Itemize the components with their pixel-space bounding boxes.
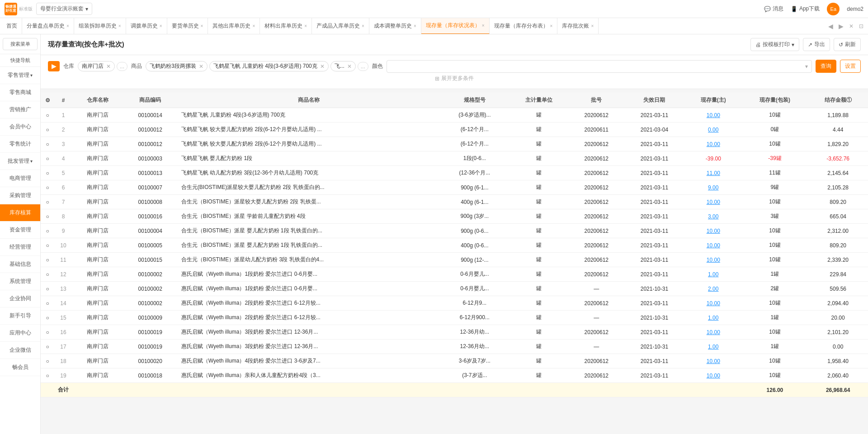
cell-stock_main[interactable]: 10.00 — [685, 296, 742, 311]
sidebar-item-retail-mall[interactable]: 零售商城 — [0, 84, 40, 101]
table-row: ○9南岸门店00100004合生元（BIOSTIME）派星 婴儿配方奶粉 1段 … — [41, 224, 868, 238]
sidebar-item-finance[interactable]: 资金管理 — [0, 222, 40, 239]
tab-disassemble[interactable]: 组装拆卸单历史× — [74, 18, 126, 34]
cell-stock_main[interactable]: 10.00 — [685, 368, 742, 383]
cell-stock_main[interactable]: 1.00 — [685, 267, 742, 282]
sidebar-item-label: 库存核算 — [9, 209, 31, 216]
cell-code: 00100012 — [123, 123, 178, 137]
cell-spec: 12-36月幼... — [440, 325, 509, 340]
sidebar-item-enterprise[interactable]: 企业协同 — [0, 290, 40, 307]
sidebar-item-retail-stats[interactable]: 零售统计 — [0, 136, 40, 153]
cell-stock_main[interactable]: 1.00 — [685, 311, 742, 325]
sidebar-item-label: 经营管理 — [9, 244, 31, 250]
cell-stock_main[interactable]: 1.00 — [685, 340, 742, 354]
sidebar-item-base-info[interactable]: 基础信息 — [0, 256, 40, 273]
col-unit: 主计量单位 — [509, 93, 569, 108]
sidebar-item-enterprise-wechat[interactable]: 企业微信 — [0, 342, 40, 359]
sidebar-item-wholesale[interactable]: 批发管理▾ — [0, 153, 40, 170]
cell-name: 惠氏启赋（Wyeth illuma）2段奶粉 爱尔兰进口 6-12月较... — [178, 296, 440, 311]
cell-stock_main[interactable]: 10.00 — [685, 238, 742, 253]
product-tag-1-close[interactable]: ✕ — [320, 63, 325, 70]
cell-stock_main[interactable]: 2.00 — [685, 282, 742, 296]
tab-close-material-out[interactable]: × — [304, 24, 307, 28]
tab-close-stock-dist[interactable]: × — [550, 24, 553, 28]
tab-close-request[interactable]: × — [201, 24, 203, 28]
cell-stock_main[interactable]: 11.00 — [685, 166, 742, 180]
cell-stock_main[interactable]: 0.00 — [685, 123, 742, 137]
avatar[interactable]: Ea — [827, 3, 840, 15]
tab-material-out[interactable]: 材料出库单历史× — [260, 18, 312, 34]
settings-btn[interactable]: 设置 — [840, 60, 861, 73]
tab-batch-post[interactable]: 库存批次账× — [557, 18, 599, 34]
sidebar-item-marketing[interactable]: 营销推广 — [0, 101, 40, 118]
tab-close-stock-status[interactable]: × — [482, 23, 485, 28]
sidebar-item-app-center[interactable]: 应用中心 — [0, 325, 40, 342]
tab-close-batch-post[interactable]: × — [591, 24, 594, 28]
tab-split-inventory[interactable]: 分量盘点单历史× — [22, 18, 74, 34]
query-btn[interactable]: 查询 — [816, 60, 836, 73]
tab-close-disassemble[interactable]: × — [118, 24, 121, 28]
org-selector[interactable]: 母婴行业演示账套 ▾ — [36, 3, 92, 15]
tab-cost-adjust[interactable]: 成本调整单历史× — [369, 18, 421, 34]
tab-close-cost-adjust[interactable]: × — [414, 24, 416, 28]
product-tag-2-close[interactable]: ✕ — [347, 63, 352, 70]
export-btn[interactable]: ↗ 导出 — [803, 38, 830, 51]
warehouse-more-btn[interactable]: ... — [117, 62, 127, 71]
product-more-btn[interactable]: ... — [358, 62, 368, 71]
sidebar-item-label: 系统管理 — [9, 278, 31, 284]
tab-home[interactable]: 首页 — [2, 18, 22, 34]
tab-next-btn[interactable]: ▶ — [836, 23, 846, 30]
refresh-btn[interactable]: ↺ 刷新 — [834, 38, 861, 51]
product-tag-0-close[interactable]: ✕ — [199, 63, 203, 70]
tab-product-in[interactable]: 产成品入库单历史× — [312, 18, 369, 34]
cell-stock_main[interactable]: 10.00 — [685, 354, 742, 368]
sidebar-item-new-guide[interactable]: 新手引导 — [0, 307, 40, 325]
cell-batch: 20200612 — [569, 166, 624, 180]
sidebar-search-area: 搜索菜单 — [0, 34, 40, 54]
filter-toggle-btn[interactable]: ▶ — [48, 61, 60, 71]
cell-stock_main[interactable]: 10.00 — [685, 253, 742, 267]
cell-stock_main[interactable]: 3.00 — [685, 209, 742, 224]
search-menu-btn[interactable]: 搜索菜单 — [3, 38, 38, 50]
tab-close-all-btn[interactable]: ✕ — [846, 23, 856, 29]
sidebar-item-system[interactable]: 系统管理 — [0, 273, 40, 290]
sidebar-item-inventory[interactable]: 库存核算 — [0, 204, 40, 222]
col-name: 商品名称 — [178, 93, 440, 108]
message-action[interactable]: 💬 消息 — [764, 5, 783, 13]
cell-stock_main[interactable]: 10.00 — [685, 224, 742, 238]
cell-stock_main[interactable]: 10.00 — [685, 195, 742, 209]
cell-stock_main[interactable]: 10.00 — [685, 325, 742, 340]
cell-num: 11 — [54, 253, 72, 267]
tab-close-transfer[interactable]: × — [160, 24, 162, 28]
warehouse-tag-close[interactable]: ✕ — [106, 63, 111, 70]
template-print-btn[interactable]: 🖨 按模板打印 ▾ — [750, 38, 799, 51]
tab-prev-btn[interactable]: ◀ — [826, 23, 836, 30]
tab-stock-status[interactable]: 现存量（库存状况表）× — [421, 18, 490, 34]
tab-close-product-in[interactable]: × — [362, 24, 364, 28]
tab-close-split-inventory[interactable]: × — [66, 24, 69, 28]
sidebar-item-member[interactable]: 会员中心 — [0, 118, 40, 136]
cell-stock_main[interactable]: 10.00 — [685, 108, 742, 123]
expand-conditions-btn[interactable]: ⊞ 展开更多条件 — [48, 73, 861, 84]
cell-stock_main[interactable]: 9.00 — [685, 180, 742, 195]
sidebar-item-ecommerce[interactable]: 电商管理 — [0, 170, 40, 187]
sidebar-item-operations[interactable]: 经营管理 — [0, 239, 40, 256]
quick-nav-btn[interactable]: 快捷导航 — [0, 54, 40, 67]
sidebar-item-purchase[interactable]: 采购管理 — [0, 187, 40, 204]
sidebar-item-retail-manage[interactable]: 零售管理▾ — [0, 67, 40, 84]
tab-stock-dist[interactable]: 现存量（库存分布表）× — [490, 18, 558, 34]
tab-transfer[interactable]: 调拨单历史× — [126, 18, 167, 34]
cell-stock_main[interactable]: 10.00 — [685, 137, 742, 151]
cell-balance: 2,145.64 — [808, 166, 868, 180]
tab-request[interactable]: 要货单历史× — [167, 18, 208, 34]
tab-menu-btn[interactable]: ⊡ — [856, 23, 866, 29]
product-tags: 飞鹤奶粉3段两摞装 ✕ 飞鹤星飞帆 儿童奶粉 4段(3-6岁适用) 700克 ✕… — [146, 61, 368, 71]
tab-close-other-out[interactable]: × — [252, 24, 255, 28]
color-input[interactable]: ▾ — [387, 60, 812, 73]
app-download-action[interactable]: 📱 App下载 — [791, 5, 820, 13]
tab-other-out[interactable]: 其他出库单历史× — [208, 18, 260, 34]
cell-spec: 400g (6-1... — [440, 195, 509, 209]
sidebar-item-member-card[interactable]: 畅会员 — [0, 359, 40, 376]
color-filter-label: 颜色 — [372, 62, 383, 70]
top-bar-left: 畅捷通好生意 标准版 母婴行业演示账套 ▾ — [5, 3, 92, 15]
